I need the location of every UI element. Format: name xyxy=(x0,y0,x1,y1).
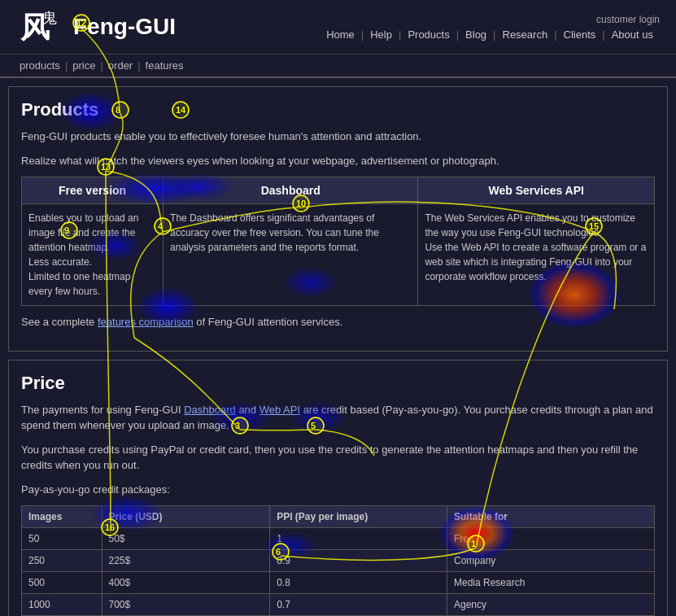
customer-login[interactable]: customer login xyxy=(596,14,660,25)
nav-research[interactable]: Research xyxy=(496,28,555,41)
col-webapi: Web Services API xyxy=(418,177,655,204)
price-row-50: 50 50$ 1 Free xyxy=(22,528,655,550)
price-col-images: Images xyxy=(22,506,102,528)
table-row: Enables you to upload an image file and … xyxy=(22,204,655,306)
nav-links: Home | Help | Products | Blog | Research… xyxy=(320,28,660,41)
col-free: Free version xyxy=(22,177,164,204)
price-row-500: 500 400$ 0.8 Media Research xyxy=(22,572,655,594)
col-dashboard: Dashboard xyxy=(164,177,418,204)
price-usd-50: 50$ xyxy=(102,528,270,550)
price-ppi-500: 0.8 xyxy=(270,572,447,594)
price-ppi-1000: 0.7 xyxy=(270,594,447,616)
price-table: Images Price (USD) PPI (Pay per image) S… xyxy=(21,505,655,616)
subnav-products[interactable]: products xyxy=(16,59,63,72)
price-images-500: 500 xyxy=(22,572,102,594)
free-desc: Enables you to upload an image file and … xyxy=(22,204,164,306)
price-images-50: 50 xyxy=(22,528,102,550)
features-note-pre: See a complete xyxy=(21,316,98,328)
price-suitable-500: Media Research xyxy=(447,572,654,594)
price-col-suitable: Suitable for xyxy=(447,506,654,528)
price-col-ppi: PPI (Pay per image) xyxy=(270,506,447,528)
subnav-price[interactable]: price xyxy=(69,59,98,72)
products-title: Products xyxy=(21,99,655,120)
sub-nav: products | price | order | features xyxy=(0,55,676,78)
nav-blog[interactable]: Blog xyxy=(459,28,493,41)
features-note: See a complete features comparison of Fe… xyxy=(21,314,655,330)
price-images-1000: 1000 xyxy=(22,594,102,616)
packages-label: Pay-as-you-go credit packages: xyxy=(21,482,655,498)
price-title: Price xyxy=(21,373,655,394)
nav-help[interactable]: Help xyxy=(364,28,399,41)
header: 风 鬼 Feng-GUI customer login Home | Help … xyxy=(0,0,676,55)
svg-text:鬼: 鬼 xyxy=(42,10,57,26)
price-suitable-1000: Agency xyxy=(447,594,654,616)
nav-clients[interactable]: Clients xyxy=(557,28,603,41)
price-section: Price The payments for using Feng-GUI Da… xyxy=(8,360,668,617)
logo-area: 风 鬼 Feng-GUI xyxy=(16,7,176,47)
price-desc2: You purchase credits using PayPal or cre… xyxy=(21,442,655,474)
webapi-desc: The Web Services API enables you to cust… xyxy=(418,204,655,306)
price-col-price: Price (USD) xyxy=(102,506,270,528)
price-ppi-250: 0.9 xyxy=(270,550,447,572)
products-section: Products Feng-GUI products enable you to… xyxy=(8,86,668,352)
nav-area: customer login Home | Help | Products | … xyxy=(320,14,660,41)
price-row-1000: 1000 700$ 0.7 Agency xyxy=(22,594,655,616)
price-usd-500: 400$ xyxy=(102,572,270,594)
price-usd-1000: 700$ xyxy=(102,594,270,616)
product-table: Free version Dashboard Web Services API … xyxy=(21,177,655,306)
price-desc1: The payments for using Feng-GUI Dashboar… xyxy=(21,402,655,434)
dashboard-desc: The Dashboard offers significant advanta… xyxy=(164,204,418,306)
subnav-order[interactable]: order xyxy=(105,59,136,72)
subnav-features[interactable]: features xyxy=(142,59,187,72)
features-comparison-link[interactable]: features comparison xyxy=(98,316,194,328)
price-suitable-50: Free xyxy=(447,528,654,550)
products-desc1: Feng-GUI products enable you to effectiv… xyxy=(21,129,655,145)
subnav-sep-1: | xyxy=(63,59,69,72)
subnav-sep-2: | xyxy=(98,59,104,72)
nav-home[interactable]: Home xyxy=(320,28,361,41)
dashboard-link[interactable]: Dashboard xyxy=(184,404,236,416)
price-ppi-50: 1 xyxy=(270,528,447,550)
price-images-250: 250 xyxy=(22,550,102,572)
nav-products[interactable]: Products xyxy=(401,28,456,41)
price-row-250: 250 225$ 0.9 Company xyxy=(22,550,655,572)
price-usd-250: 225$ xyxy=(102,550,270,572)
nav-about[interactable]: About us xyxy=(605,28,660,41)
subnav-sep-3: | xyxy=(136,59,142,72)
products-desc2: Realize what will catch the viewers eyes… xyxy=(21,153,655,169)
logo-text: Feng-GUI xyxy=(73,14,176,40)
logo-icon: 风 鬼 xyxy=(16,7,65,47)
price-suitable-250: Company xyxy=(447,550,654,572)
webapi-link[interactable]: Web API xyxy=(259,404,300,416)
features-note-post: of Feng-GUI attention services. xyxy=(194,316,343,328)
